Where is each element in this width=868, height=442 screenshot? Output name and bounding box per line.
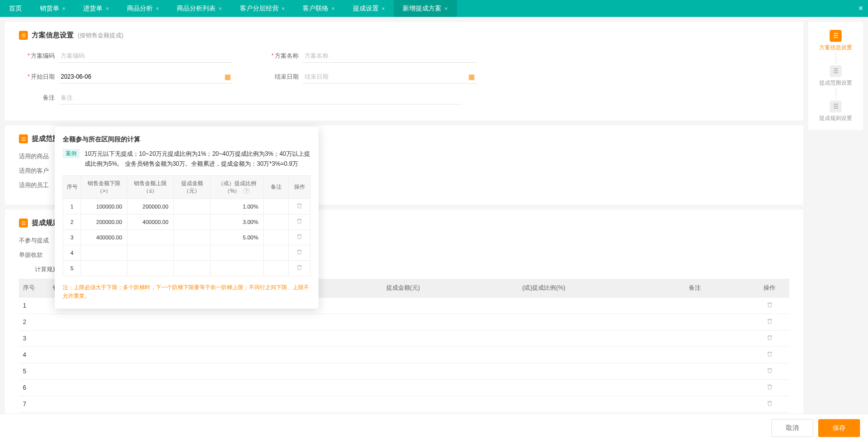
panel-subtitle: (按销售金额提成) bbox=[78, 31, 123, 40]
delete-icon[interactable] bbox=[766, 351, 773, 359]
panel-plan-info: ☰ 方案信息设置 (按销售金额提成) *方案编码 *方案名称 *开始日期 bbox=[5, 22, 803, 120]
anchor-connector bbox=[836, 53, 836, 63]
col-action: 操作 bbox=[750, 279, 789, 298]
table-row: 5 bbox=[63, 260, 311, 276]
tab-product-analysis-list[interactable]: 商品分析列表× bbox=[168, 0, 230, 17]
pcol-seq: 序号 bbox=[63, 175, 81, 199]
panel-icon: ☰ bbox=[19, 134, 28, 143]
table-row[interactable]: 5 bbox=[19, 363, 789, 380]
anchor-icon: ☰ bbox=[830, 101, 842, 112]
table-row[interactable]: 2 bbox=[19, 314, 789, 331]
footer-bar: 取消 保存 bbox=[0, 414, 868, 442]
popup-title: 全额参与所在区间段的计算 bbox=[63, 135, 311, 144]
col-remark: 备注 bbox=[685, 279, 750, 298]
tab-customer-contact[interactable]: 客户联络× bbox=[294, 0, 343, 17]
pcol-action: 操作 bbox=[289, 175, 311, 199]
delete-icon[interactable] bbox=[766, 302, 773, 310]
panel-icon: ☰ bbox=[19, 31, 28, 40]
close-icon[interactable]: × bbox=[106, 5, 108, 11]
plan-name-label: *方案名称 bbox=[263, 52, 303, 60]
delete-icon[interactable] bbox=[296, 249, 303, 257]
delete-icon[interactable] bbox=[296, 219, 303, 226]
table-row: 4 bbox=[63, 245, 311, 260]
tab-commission-settings[interactable]: 提成设置× bbox=[344, 0, 394, 17]
plan-code-label: *方案编码 bbox=[19, 52, 59, 60]
delete-icon[interactable] bbox=[766, 401, 773, 408]
popup-example-table: 序号 销售金额下限（>） 销售金额上限（≤） 提成金额（元） （或）提成比例（%… bbox=[63, 175, 311, 276]
table-row[interactable]: 7 bbox=[19, 396, 789, 413]
close-icon[interactable]: × bbox=[218, 5, 221, 11]
delete-icon[interactable] bbox=[766, 368, 773, 375]
anchor-connector bbox=[836, 89, 836, 99]
start-date-input[interactable] bbox=[59, 70, 233, 84]
tab-purchase-order[interactable]: 进货单× bbox=[74, 0, 117, 17]
tab-add-commission-plan[interactable]: 新增提成方案× bbox=[394, 0, 456, 17]
end-date-label: 结束日期 bbox=[263, 73, 303, 81]
anchor-nav: ☰ 方案信息设置 ☰ 提成范围设置 ☰ 提成规则设置 bbox=[808, 22, 863, 130]
start-date-label: *开始日期 bbox=[19, 73, 59, 81]
close-icon[interactable]: × bbox=[62, 5, 65, 11]
table-row[interactable]: 3 bbox=[19, 331, 789, 347]
col-amount: 提成金额(元) bbox=[382, 279, 519, 298]
anchor-icon: ☰ bbox=[830, 30, 842, 42]
delete-icon[interactable] bbox=[766, 384, 773, 392]
pcol-amount: 提成金额（元） bbox=[174, 175, 211, 199]
close-icon[interactable]: × bbox=[156, 5, 159, 11]
remark-input[interactable] bbox=[59, 91, 462, 105]
plan-name-input[interactable] bbox=[303, 49, 477, 63]
close-icon[interactable]: × bbox=[282, 5, 285, 11]
example-text: 10万元以下无提成；10~20万元提成比例为1%；20~40万提成比例为3%；4… bbox=[85, 149, 311, 169]
delete-icon[interactable] bbox=[296, 203, 303, 211]
calc-rule-label: 计算规则 bbox=[19, 265, 59, 274]
close-all-icon[interactable]: × bbox=[859, 0, 863, 17]
tab-sales-order[interactable]: 销货单× bbox=[31, 0, 74, 17]
panel-title: 方案信息设置 bbox=[32, 31, 74, 40]
end-date-input[interactable] bbox=[303, 70, 477, 84]
col-ratio: (或)提成比例(%) bbox=[518, 279, 684, 298]
help-icon[interactable]: ? bbox=[243, 188, 249, 194]
remark-label: 备注 bbox=[19, 94, 59, 102]
anchor-rule[interactable]: ☰ 提成规则设置 bbox=[819, 101, 852, 122]
delete-icon[interactable] bbox=[296, 265, 303, 272]
anchor-plan-info[interactable]: ☰ 方案信息设置 bbox=[819, 30, 852, 51]
close-icon[interactable]: × bbox=[444, 5, 447, 11]
pcol-ratio: （或）提成比例（%） ? bbox=[211, 175, 264, 199]
table-row: 2200000.00400000.003.00% bbox=[63, 214, 311, 229]
table-row[interactable]: 4 bbox=[19, 347, 789, 363]
tab-product-analysis[interactable]: 商品分析× bbox=[118, 0, 168, 17]
popup-note: 注：上限必须大于下限；多个阶梯时，下一个阶梯下限要等于前一阶梯上限；不同行之间下… bbox=[63, 283, 311, 301]
plan-code-input[interactable] bbox=[59, 49, 233, 63]
table-row[interactable]: 6 bbox=[19, 380, 789, 396]
pcol-lower: 销售金额下限（>） bbox=[81, 175, 127, 199]
tab-home[interactable]: 首页 bbox=[0, 0, 31, 17]
anchor-scope[interactable]: ☰ 提成范围设置 bbox=[819, 65, 852, 87]
cancel-button[interactable]: 取消 bbox=[771, 419, 813, 437]
delete-icon[interactable] bbox=[296, 234, 303, 241]
tabs-bar: 首页 销货单× 进货单× 商品分析× 商品分析列表× 客户分层经营× 客户联络×… bbox=[0, 0, 868, 17]
close-icon[interactable]: × bbox=[382, 5, 385, 11]
pcol-remark: 备注 bbox=[264, 175, 289, 199]
example-tag: 案例 bbox=[63, 149, 80, 158]
delete-icon[interactable] bbox=[766, 319, 773, 326]
col-seq: 序号 bbox=[19, 279, 49, 298]
save-button[interactable]: 保存 bbox=[818, 419, 860, 437]
calculation-help-popup: 全额参与所在区间段的计算 案例 10万元以下无提成；10~20万元提成比例为1%… bbox=[55, 127, 319, 309]
panel-icon: ☰ bbox=[19, 219, 28, 227]
delete-icon[interactable] bbox=[766, 335, 773, 342]
close-icon[interactable]: × bbox=[331, 5, 334, 11]
anchor-icon: ☰ bbox=[830, 65, 842, 77]
pcol-upper: 销售金额上限（≤） bbox=[127, 175, 174, 199]
table-row: 1100000.00200000.001.00% bbox=[63, 199, 311, 214]
table-row: 3400000.005.00% bbox=[63, 229, 311, 245]
tab-customer-tier[interactable]: 客户分层经营× bbox=[231, 0, 294, 17]
